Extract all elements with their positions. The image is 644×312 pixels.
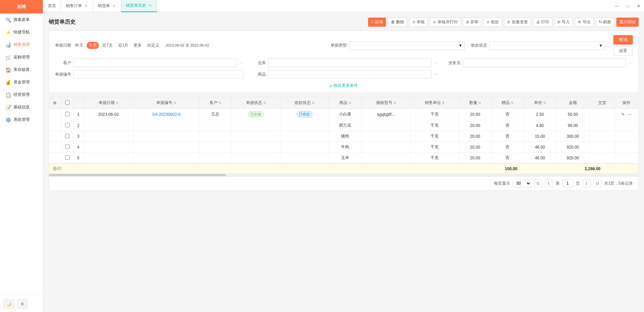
customer-dots-btn[interactable]: ··· xyxy=(239,60,244,65)
td-checkbox[interactable] xyxy=(61,109,73,120)
th-qty[interactable]: 数量 ⇅ xyxy=(459,97,491,109)
th-gift[interactable]: 赠品 ⇅ xyxy=(491,97,524,109)
row-checkbox[interactable] xyxy=(65,134,69,138)
th-price[interactable]: 单价 ⇅ xyxy=(524,97,556,109)
td-action[interactable]: ✎⋯ xyxy=(615,109,638,120)
collapse-button[interactable]: ∧ 收起更多条件 xyxy=(329,83,358,88)
th-goods[interactable]: 商品 ⇅ xyxy=(329,97,362,109)
per-page-select[interactable]: 50 100 200 xyxy=(513,179,531,187)
collect-button[interactable]: ⊙ 收款 xyxy=(483,18,502,27)
import-button[interactable]: ⊕ 导入 xyxy=(554,18,573,27)
new-button[interactable]: + 新增 xyxy=(368,18,386,27)
select-all-checkbox[interactable] xyxy=(65,100,69,105)
staff-input[interactable] xyxy=(463,58,626,67)
sidebar-item-finance[interactable]: 💰 资金管理 xyxy=(0,76,43,88)
th-doc-status[interactable]: 单据状态 ⇅ xyxy=(231,97,280,109)
row-checkbox[interactable] xyxy=(65,112,69,116)
print-button[interactable]: 🖨 打印 xyxy=(533,18,552,27)
td-action[interactable] xyxy=(615,153,638,163)
customer-input[interactable] xyxy=(73,58,237,67)
td-doc-no[interactable] xyxy=(134,131,199,142)
td-action[interactable] xyxy=(615,120,638,131)
prev-page-button[interactable]: ⟨ xyxy=(545,179,553,187)
staff-dots-btn[interactable]: ··· xyxy=(628,60,633,65)
th-pay-status[interactable]: 收款状态 ⇅ xyxy=(280,97,329,109)
goods-input[interactable] xyxy=(268,70,431,79)
next-page-button[interactable]: ⟩ xyxy=(583,179,591,187)
sidebar-item-inventory[interactable]: 🏠 库存核算 xyxy=(0,63,43,76)
th-doc-date[interactable]: 单据日期 ⇅ xyxy=(83,97,134,109)
td-checkbox[interactable] xyxy=(61,142,73,153)
minimize-button[interactable]: — xyxy=(612,0,622,12)
td-checkbox[interactable] xyxy=(61,120,73,131)
page-number-input[interactable] xyxy=(562,179,573,187)
scrollbar-thumb[interactable] xyxy=(49,174,226,176)
date-tab-more[interactable]: 更多 xyxy=(132,42,144,49)
th-customer[interactable]: 客户 ⇅ xyxy=(199,97,231,109)
sidebar-item-sys-mgmt[interactable]: ⚙️ 系统管理 xyxy=(0,113,43,126)
date-tab-7days[interactable]: 近7天 xyxy=(100,42,115,49)
sidebar-item-purchase-mgmt[interactable]: 🛒 采购管理 xyxy=(0,51,43,63)
sidebar-item-quick-nav[interactable]: ⚡ 快捷导航 xyxy=(0,26,43,38)
row-checkbox[interactable] xyxy=(65,123,69,127)
show-detail-button[interactable]: 显示明细 xyxy=(616,18,639,27)
total-pages-info: 共1页，5条记录 xyxy=(604,181,633,186)
td-doc-no[interactable] xyxy=(134,120,199,131)
sidebar-item-search-menu[interactable]: 🔍 搜索菜单 xyxy=(0,14,43,26)
tab-sales-order-close[interactable]: ✕ xyxy=(84,4,88,8)
date-tab-today[interactable]: 今天 xyxy=(87,42,99,49)
th-spec[interactable]: 规格型号 ⇅ xyxy=(362,97,410,109)
doc-no-input[interactable] xyxy=(73,70,244,79)
sidebar-item-sales-mgmt[interactable]: 📊 销售管理 xyxy=(0,38,43,51)
status-select[interactable]: ▼ xyxy=(489,41,605,50)
td-doc-no[interactable] xyxy=(134,153,199,163)
sidebar-footer-btn1[interactable]: 🌙 xyxy=(3,299,14,309)
row-checkbox[interactable] xyxy=(65,145,69,149)
td-checkbox[interactable] xyxy=(61,131,73,142)
goods-dots-btn[interactable]: ··· xyxy=(433,72,438,77)
td-doc-no[interactable] xyxy=(134,142,199,153)
edit-action-btn[interactable]: ✎ xyxy=(620,111,626,118)
tab-sales-history-close[interactable]: ✕ xyxy=(148,4,152,7)
th-unit[interactable]: 销售单位 ⇅ xyxy=(410,97,459,109)
type-select[interactable]: ▼ xyxy=(349,41,465,50)
tab-home[interactable]: 首页 xyxy=(43,0,61,12)
tab-sales-history[interactable]: 销货单历史 ✕ xyxy=(121,0,157,12)
abandon-button[interactable]: ⊘ 弃审 xyxy=(463,18,481,27)
sidebar-item-basic-info[interactable]: 📝 基础信息 xyxy=(0,101,43,113)
td-trade xyxy=(590,153,615,163)
tab-sales-order[interactable]: 销售订单 ✕ xyxy=(61,0,93,12)
warehouse-input[interactable] xyxy=(268,58,431,67)
more-action-btn[interactable]: ⋯ xyxy=(626,111,633,118)
sidebar-item-operation[interactable]: 📋 经营管理 xyxy=(0,88,43,101)
review-print-button[interactable]: ⊙ 审核并打印 xyxy=(430,18,460,27)
td-action[interactable] xyxy=(615,142,638,153)
filter-doc-no: 单据编号 xyxy=(54,70,244,79)
warehouse-dots-btn[interactable]: ··· xyxy=(433,60,438,65)
last-page-button[interactable]: ⟩⟩ xyxy=(593,179,601,187)
delete-button[interactable]: 🗑 删除 xyxy=(388,18,407,27)
export-button[interactable]: ⊕ 导出 xyxy=(575,18,593,27)
sidebar-footer-btn2[interactable]: ⏸ xyxy=(17,299,28,309)
first-page-button[interactable]: ⟨⟨ xyxy=(534,179,542,187)
horizontal-scrollbar[interactable] xyxy=(49,174,638,176)
doc-no-link[interactable]: SA-20230602-0 xyxy=(152,112,180,117)
setting-button[interactable]: 设置 xyxy=(613,46,633,56)
date-tab-yesterday[interactable]: 昨天 xyxy=(73,42,85,49)
refresh-button[interactable]: ↻ 刷新 xyxy=(596,18,614,27)
tab-sales-goods[interactable]: 销货单 ✕ xyxy=(93,0,121,12)
td-doc-no[interactable]: SA-20230602-0 xyxy=(134,109,199,120)
td-action[interactable] xyxy=(615,131,638,142)
row-checkbox[interactable] xyxy=(65,155,69,160)
maximize-button[interactable]: □ xyxy=(622,0,633,12)
close-button[interactable]: ✕ xyxy=(633,0,644,12)
tab-sales-goods-close[interactable]: ✕ xyxy=(112,4,116,8)
query-button[interactable]: 查询 xyxy=(613,35,633,45)
date-tab-1month[interactable]: 近1月 xyxy=(116,42,131,49)
th-doc-no[interactable]: 单据编号 ⇅ xyxy=(134,97,199,109)
review-button[interactable]: ⊙ 审核 xyxy=(409,18,428,27)
td-checkbox[interactable] xyxy=(61,153,73,163)
batch-change-button[interactable]: ⊕ 批量变更 xyxy=(504,18,531,27)
date-tab-custom[interactable]: 自定义 xyxy=(145,42,161,49)
th-settings[interactable]: ⚙ xyxy=(49,97,61,109)
